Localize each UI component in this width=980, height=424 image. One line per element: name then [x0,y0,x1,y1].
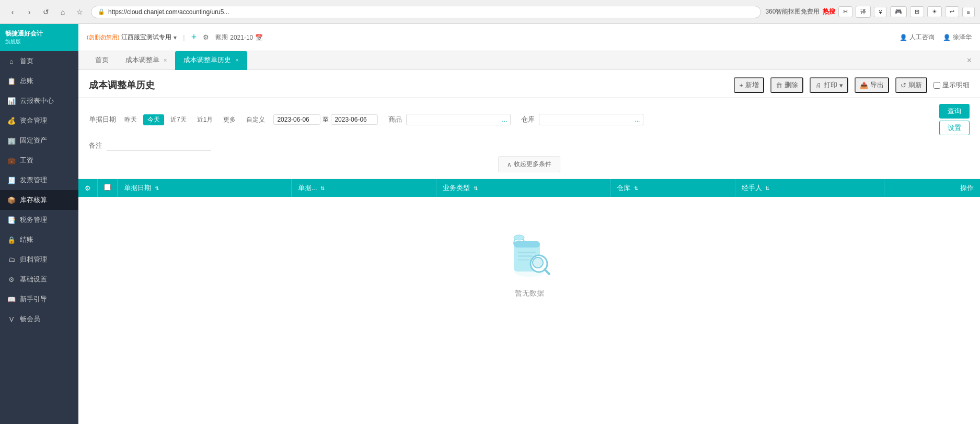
logo-text-line2: 旗舰版 [5,38,43,45]
filter-row-1: 单据日期 昨天 今天 近7天 近1月 更多 自定义 2023-06-06 至 [89,104,970,135]
logo-text-line1: 畅捷通好会计 [5,30,43,38]
new-btn[interactable]: + 新增 [734,77,764,93]
hot-label: 热搜 [823,7,835,16]
th-checkbox[interactable] [98,179,118,197]
sidebar-item-fixed-assets[interactable]: 🏢 固定资产 [0,131,78,150]
show-detail-checkbox-label[interactable]: 显示明细 [933,80,970,90]
sidebar-item-vip[interactable]: V 畅会员 [0,309,78,329]
sidebar-item-ledger[interactable]: 📋 总账 [0,71,78,91]
sidebar-logo: 畅捷通好会计 旗舰版 [0,24,78,51]
user-menu-btn[interactable]: 👤 徐泽华 [943,33,972,42]
tab-close-history[interactable]: × [235,57,238,63]
game-btn[interactable]: 🎮 [890,6,907,17]
yesterday-btn[interactable]: 昨天 [120,114,141,125]
top-bar: (勿删勿禁用) 江西服宝测试专用 ▾ | + ⚙ 账期 2021-10 📅 👤 … [78,24,980,51]
close-all-tabs-btn[interactable]: × [967,56,972,65]
tab-home[interactable]: 首页 [87,51,117,70]
export-label: 导出 [870,80,884,90]
forward-button[interactable]: › [22,5,37,19]
svg-point-9 [514,235,524,240]
delete-btn[interactable]: 🗑 删除 [770,77,803,93]
sidebar-item-home[interactable]: ⌂ 首页 [0,51,78,71]
scissors-btn[interactable]: ✂ [838,6,852,17]
sidebar-item-payroll[interactable]: 💼 工资 [0,150,78,170]
last7days-btn[interactable]: 近7天 [166,114,191,125]
sidebar-item-label: 总账 [20,76,33,86]
refresh-icon: ↺ [901,81,906,89]
collapse-button[interactable]: ∧ 收起更多条件 [498,156,560,172]
th-date-label: 单据日期 [124,184,151,192]
wallet-btn[interactable]: ¥ [874,7,886,17]
warehouse-more[interactable]: ... [635,116,640,123]
tab-close-cost-adjust[interactable]: × [164,57,167,63]
empty-state: 暂无数据 [78,197,980,329]
main-content: 成本调整单历史 + 新增 🗑 删除 🖨 打印 ▾ [78,70,980,424]
date-to-input[interactable]: 2023-06-06 [331,114,378,125]
goods-select[interactable]: ... [406,114,511,125]
select-all-checkbox[interactable] [104,184,111,191]
sidebar-item-settings[interactable]: ⚙ 基础设置 [0,269,78,289]
sidebar-item-archive[interactable]: 🗂 归档管理 [0,250,78,269]
period-label: 账期 [215,33,228,42]
warehouse-select[interactable]: ... [539,114,643,125]
goods-label: 商品 [388,115,402,124]
company-selector[interactable]: (勿删勿禁用) 江西服宝测试专用 ▾ [87,33,177,42]
calendar-icon[interactable]: 📅 [255,34,263,41]
sidebar-item-reports[interactable]: 📊 云报表中心 [0,91,78,111]
th-settings[interactable]: ⚙ [78,179,98,197]
star-button[interactable]: ☆ [72,5,87,19]
notes-input[interactable] [107,140,211,151]
sidebar-item-invoice[interactable]: 🧾 发票管理 [0,170,78,190]
print-btn[interactable]: 🖨 打印 ▾ [810,77,848,93]
custom-date-btn[interactable]: 自定义 [242,114,269,125]
sidebar-item-inventory[interactable]: 📦 库存核算 [0,190,78,210]
sidebar-item-label: 畅会员 [20,314,40,324]
show-detail-checkbox[interactable] [933,82,940,89]
th-biz-type[interactable]: 业务类型 ⇅ [436,179,610,197]
grid-btn[interactable]: ⊞ [910,6,924,17]
filter-action-buttons: 查询 设置 [939,104,970,135]
filter-settings-button[interactable]: 设置 [939,121,970,135]
sidebar-item-closing[interactable]: 🔒 结账 [0,230,78,250]
date-from-input[interactable]: 2023-06-06 [273,114,320,125]
undo-btn[interactable]: ↩ [945,6,959,17]
last-month-btn[interactable]: 近1月 [193,114,217,125]
home-button[interactable]: ⌂ [55,5,70,19]
tab-cost-adjust-history-label: 成本调整单历史 [183,55,231,65]
company-name: 江西服宝测试专用 [121,33,171,42]
sort-number-icon: ⇅ [320,185,325,191]
sidebar-item-tax[interactable]: 📑 税务管理 [0,210,78,230]
translate-btn[interactable]: 译 [856,6,871,18]
tab-cost-adjust-history[interactable]: 成本调整单历史 × [175,51,247,70]
refresh-button[interactable]: ↺ [39,5,53,19]
theme-btn[interactable]: ☀ [927,6,942,17]
user-name: 徐泽华 [953,33,972,42]
address-bar[interactable]: 🔒 https://cloud.chanjet.com/accounting/u… [91,6,761,18]
today-btn[interactable]: 今天 [143,114,164,125]
query-button[interactable]: 查询 [939,104,970,119]
browser-right-tools: 360智能抠图免费用 热搜 ✂ 译 ¥ 🎮 ⊞ ☀ ↩ ≡ [765,6,975,18]
customer-service-btn[interactable]: 👤 人工咨询 [900,33,935,42]
archive-icon: 🗂 [7,255,16,264]
closing-icon: 🔒 [7,235,16,244]
th-number[interactable]: 单据... ⇅ [291,179,436,197]
more-dates-btn[interactable]: 更多 [219,114,240,125]
th-operator[interactable]: 经手人 ⇅ [735,179,884,197]
top-settings-icon[interactable]: ⚙ [203,33,209,41]
th-operator-label: 经手人 [742,184,762,192]
add-company-btn[interactable]: + [191,32,197,43]
back-button[interactable]: ‹ [5,5,20,19]
menu-btn[interactable]: ≡ [962,7,975,17]
tab-cost-adjust[interactable]: 成本调整单 × [117,51,175,70]
sort-operator-icon: ⇅ [765,185,769,191]
refresh-btn[interactable]: ↺ 刷新 [895,77,927,93]
sidebar-item-label: 税务管理 [20,215,47,225]
goods-more[interactable]: ... [502,116,507,123]
sidebar-item-funds[interactable]: 💰 资金管理 [0,111,78,131]
export-btn[interactable]: 📤 导出 [855,77,889,93]
sidebar-item-label: 工资 [20,156,33,165]
th-date[interactable]: 单据日期 ⇅ [118,179,292,197]
browser-nav-buttons: ‹ › ↺ ⌂ ☆ [5,5,87,19]
th-warehouse[interactable]: 仓库 ⇅ [610,179,735,197]
sidebar-item-guide[interactable]: 📖 新手引导 [0,289,78,309]
